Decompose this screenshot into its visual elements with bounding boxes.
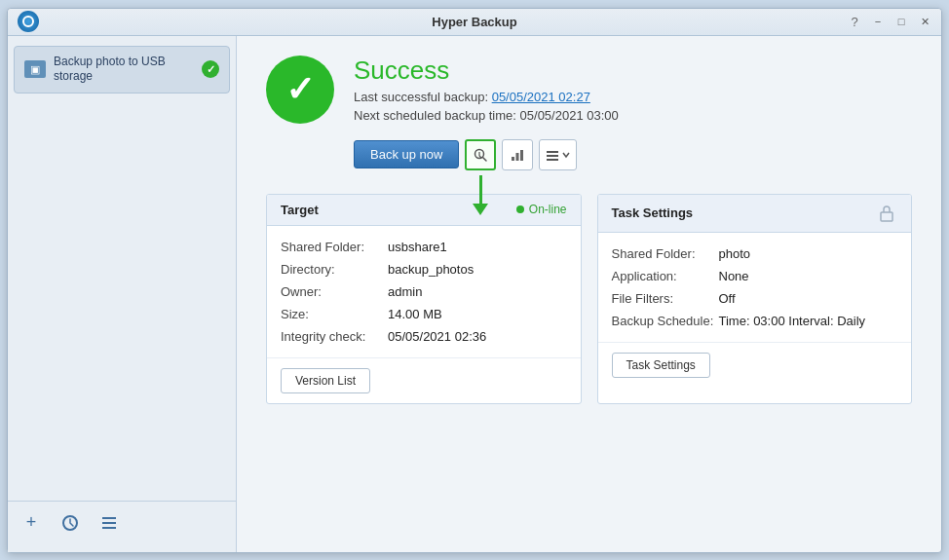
version-list-button[interactable]: Version List <box>281 368 370 393</box>
status-header: ✓ Success Last successful backup: 05/05/… <box>266 56 912 124</box>
usb-drive-icon: ▣ <box>24 60 46 78</box>
restore-icon <box>60 513 80 533</box>
info-row: Size: 14.00 MB <box>281 303 567 325</box>
svg-rect-2 <box>102 522 116 524</box>
task-settings-panel-footer: Task Settings <box>598 342 912 388</box>
field-value: 05/05/2021 02:36 <box>388 329 486 344</box>
info-row: Integrity check: 05/05/2021 02:36 <box>281 325 567 348</box>
log-button[interactable] <box>95 509 123 537</box>
sidebar-item-backup[interactable]: ▣ Backup photo to USB storage ✓ <box>14 46 230 93</box>
field-label: Directory: <box>281 262 388 277</box>
status-info: Success Last successful backup: 05/05/20… <box>354 56 619 123</box>
field-value: Time: 03:00 Interval: Daily <box>719 314 866 328</box>
svg-rect-12 <box>547 155 558 157</box>
target-panel-title: Target <box>281 203 319 217</box>
field-label: Shared Folder: <box>612 246 719 261</box>
menu-icon <box>546 148 559 162</box>
target-panel-header: Target On-line <box>267 195 581 226</box>
target-panel-body: Shared Folder: usbshare1 Directory: back… <box>267 226 581 357</box>
info-panels: Target On-line Shared Folder: usbshare1 … <box>266 194 912 404</box>
chart-icon <box>510 147 525 163</box>
app-icon <box>18 11 39 32</box>
next-backup-info: Next scheduled backup time: 05/05/2021 0… <box>354 108 619 123</box>
svg-rect-9 <box>516 153 519 161</box>
field-label: Integrity check: <box>281 329 388 344</box>
field-value: photo <box>719 246 751 261</box>
info-row: Owner: admin <box>281 280 567 303</box>
svg-rect-10 <box>520 150 523 161</box>
svg-rect-11 <box>547 151 558 153</box>
target-panel-footer: Version List <box>267 357 581 403</box>
svg-rect-8 <box>512 157 514 161</box>
help-button[interactable]: ? <box>846 13 863 30</box>
sidebar-item-label: Backup photo to USB storage <box>54 55 194 85</box>
minimize-button[interactable]: − <box>869 13 887 30</box>
lock-icon <box>876 203 897 224</box>
field-value: backup_photos <box>388 262 474 277</box>
restore-browser-button[interactable] <box>465 139 496 170</box>
task-settings-panel-header: Task Settings <box>598 195 912 233</box>
info-row: Shared Folder: usbshare1 <box>281 236 567 258</box>
task-settings-panel: Task Settings Shared Folder: photo Appli… <box>597 194 913 404</box>
field-label: Application: <box>612 269 719 283</box>
sidebar: ▣ Backup photo to USB storage ✓ + <box>8 36 237 552</box>
field-label: File Filters: <box>612 291 719 306</box>
window-controls: ? − □ ✕ <box>846 13 933 30</box>
task-settings-panel-title: Task Settings <box>612 205 694 220</box>
field-value: usbshare1 <box>388 240 447 254</box>
last-backup-time-link[interactable]: 05/05/2021 02:27 <box>492 90 590 104</box>
statistics-button[interactable] <box>502 139 533 170</box>
main-window: Hyper Backup ? − □ ✕ ▣ Backup photo to U… <box>7 8 942 553</box>
log-icon <box>99 513 119 533</box>
arrow-indicator <box>473 175 488 215</box>
add-task-button[interactable]: + <box>18 509 45 537</box>
restore-button[interactable]: □ <box>892 13 910 30</box>
field-value: 14.00 MB <box>388 307 442 321</box>
field-value: None <box>719 269 749 283</box>
svg-rect-1 <box>102 517 116 519</box>
field-value: admin <box>388 284 422 299</box>
field-value: Off <box>719 291 736 306</box>
info-row: Shared Folder: photo <box>612 243 898 265</box>
svg-line-5 <box>483 157 487 161</box>
svg-rect-3 <box>102 527 116 529</box>
info-row: Directory: backup_photos <box>281 258 567 280</box>
more-actions-button[interactable] <box>539 139 577 170</box>
info-row: File Filters: Off <box>612 287 898 310</box>
target-panel: Target On-line Shared Folder: usbshare1 … <box>266 194 582 404</box>
svg-line-7 <box>479 156 481 158</box>
main-panel: ✓ Success Last successful backup: 05/05/… <box>237 36 941 552</box>
online-dot <box>516 205 524 213</box>
action-bar: Back up now <box>354 139 912 170</box>
close-button[interactable]: ✕ <box>916 13 933 30</box>
success-icon: ✓ <box>266 56 334 124</box>
title-bar: Hyper Backup ? − □ ✕ <box>8 9 941 36</box>
content-area: ▣ Backup photo to USB storage ✓ + <box>8 36 941 552</box>
online-label: On-line <box>529 203 567 216</box>
last-backup-info: Last successful backup: 05/05/2021 02:27 <box>354 90 619 104</box>
backup-now-button[interactable]: Back up now <box>354 140 459 168</box>
restore-button[interactable] <box>57 509 84 537</box>
task-settings-panel-body: Shared Folder: photo Application: None F… <box>598 233 912 342</box>
field-label: Shared Folder: <box>281 240 388 254</box>
status-title: Success <box>354 56 619 86</box>
online-badge: On-line <box>516 203 567 216</box>
chevron-down-icon <box>562 151 570 159</box>
check-badge: ✓ <box>202 60 219 78</box>
svg-rect-13 <box>547 159 558 161</box>
field-label: Size: <box>281 307 388 321</box>
task-settings-button[interactable]: Task Settings <box>612 353 710 378</box>
checkmark-icon: ✓ <box>285 69 315 110</box>
info-row: Application: None <box>612 265 898 287</box>
sidebar-footer: + <box>8 501 236 544</box>
search-history-icon <box>473 147 488 163</box>
field-label: Backup Schedule: <box>612 314 719 328</box>
field-label: Owner: <box>281 284 388 299</box>
window-title: Hyper Backup <box>432 15 516 29</box>
info-row: Backup Schedule: Time: 03:00 Interval: D… <box>612 310 898 332</box>
svg-rect-14 <box>881 212 892 221</box>
